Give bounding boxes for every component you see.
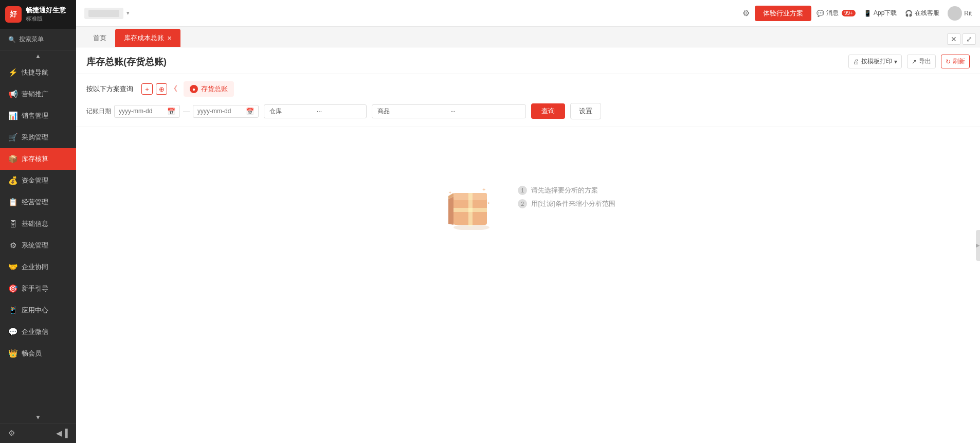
tabs-bar: 首页 库存成本总账 ✕ ✕ ⤢ xyxy=(76,27,980,47)
svg-text:✦: ✦ xyxy=(448,190,452,195)
warehouse-more-icon[interactable]: ··· xyxy=(317,108,361,115)
add-scheme-btn[interactable]: + xyxy=(141,83,153,95)
filter-scheme-row: 按以下方案查询 + ⊕ 《 ● 存货总账 xyxy=(86,81,970,97)
sidebar-item-enterprise[interactable]: 🤝 企业协同 xyxy=(0,256,76,278)
search-menu-button[interactable]: 🔍 搜索菜单 xyxy=(5,33,71,46)
message-btn[interactable]: 💬 消息 99+ xyxy=(816,9,856,17)
hint-number-2: 2 xyxy=(518,199,527,208)
tab-home[interactable]: 首页 xyxy=(84,29,115,47)
refresh-icon: ↻ xyxy=(946,58,951,65)
shortcut-icon: ⚡ xyxy=(8,68,17,77)
svg-rect-6 xyxy=(453,208,487,212)
calendar-end-icon[interactable]: 📅 xyxy=(246,108,254,115)
sidebar-item-wechat[interactable]: 💬 企业微信 xyxy=(0,321,76,343)
settings-button[interactable]: 设置 xyxy=(570,103,601,119)
guide-icon: 🎯 xyxy=(8,284,17,293)
svg-marker-3 xyxy=(448,197,453,225)
purchase-icon: 🛒 xyxy=(8,133,17,142)
operations-icon: 📋 xyxy=(8,198,17,207)
filter-label: 按以下方案查询 xyxy=(86,84,133,94)
tab-close-icon[interactable]: ✕ xyxy=(167,36,172,41)
topbar-right: 💬 消息 99+ 📱 App下载 🎧 在线客服 Rit xyxy=(816,6,972,21)
app-name: 畅捷通好生意 标准版 xyxy=(26,6,66,22)
sidebar-item-system[interactable]: ⚙ 系统管理 xyxy=(0,235,76,256)
export-icon: ↗ xyxy=(912,58,917,65)
refresh-btn[interactable]: ↻ 刷新 xyxy=(941,55,970,68)
print-chevron-icon: ▾ xyxy=(894,58,897,65)
filter-inputs-row: 记账日期 📅 — 📅 仓库 ··· xyxy=(86,103,970,119)
page-header-actions: 🖨 按模板打印 ▾ ↗ 导出 ↻ 刷新 xyxy=(848,55,970,68)
page-header: 库存总账(存货总账) 🖨 按模板打印 ▾ ↗ 导出 ↻ 刷新 xyxy=(76,47,980,74)
tab-close-panel-btn[interactable]: ✕ xyxy=(947,33,960,45)
date-end-input[interactable]: 📅 xyxy=(193,105,259,118)
hint-number-1: 1 xyxy=(518,186,527,195)
empty-state: ✦ ✦ ★ 1 请先选择要分析的方案 2 用[过滤]条件来缩小分析范围 xyxy=(76,127,980,271)
settings-icon[interactable]: ⚙ xyxy=(742,8,750,18)
product-more-icon[interactable]: ··· xyxy=(450,108,520,115)
message-badge: 99+ xyxy=(842,10,856,16)
tab-expand-btn[interactable]: ⤢ xyxy=(963,33,976,45)
enterprise-icon: 🤝 xyxy=(8,262,17,272)
sidebar-item-guide[interactable]: 🎯 新手引导 xyxy=(0,278,76,299)
nav-item[interactable] xyxy=(84,8,123,19)
right-panel-handle[interactable]: ▶ xyxy=(976,230,980,261)
vip-icon: 👑 xyxy=(8,349,17,358)
empty-state-content: ✦ ✦ ★ 1 请先选择要分析的方案 2 用[过滤]条件来缩小分析范围 xyxy=(441,168,615,230)
sales-icon: 📊 xyxy=(8,111,17,120)
sidebar-item-shortcut[interactable]: ⚡ 快捷导航 xyxy=(0,62,76,83)
calendar-start-icon[interactable]: 📅 xyxy=(167,108,175,115)
sidebar-item-vip[interactable]: 👑 畅会员 xyxy=(0,343,76,364)
user-area[interactable]: Rit xyxy=(948,6,972,21)
empty-svg: ✦ ✦ ★ xyxy=(441,168,502,230)
online-service-btn[interactable]: 🎧 在线客服 xyxy=(905,9,939,17)
print-icon: 🖨 xyxy=(853,58,859,65)
sidebar-item-basic[interactable]: 🗄 基础信息 xyxy=(0,213,76,235)
topbar: ▾ ⚙ 体验行业方案 💬 消息 99+ 📱 App下载 🎧 在线客服 Rit xyxy=(76,0,980,27)
sidebar: 好 畅捷通好生意 标准版 🔍 搜索菜单 ▲ ⚡ 快捷导航 📢 营销推广 📊 销售… xyxy=(0,0,76,443)
app-logo: 好 畅捷通好生意 标准版 xyxy=(0,0,76,29)
page-title: 库存总账(存货总账) xyxy=(86,56,167,68)
product-input[interactable]: 商品 ··· xyxy=(372,104,526,118)
scheme-item[interactable]: ● 存货总账 xyxy=(184,81,234,97)
date-end-field[interactable] xyxy=(197,108,244,115)
sidebar-search[interactable]: 🔍 搜索菜单 xyxy=(0,29,76,50)
logo-icon: 好 xyxy=(5,6,22,23)
main-area: ▾ ⚙ 体验行业方案 💬 消息 99+ 📱 App下载 🎧 在线客服 Rit xyxy=(76,0,980,443)
settings-footer-icon[interactable]: ⚙ xyxy=(8,429,15,438)
username-label: Rit xyxy=(964,10,972,17)
app-download-btn[interactable]: 📱 App下载 xyxy=(864,9,897,17)
industry-btn[interactable]: 体验行业方案 xyxy=(755,6,811,21)
sidebar-item-sales[interactable]: 📊 销售管理 xyxy=(0,105,76,127)
sidebar-item-finance[interactable]: 💰 资金管理 xyxy=(0,170,76,191)
sidebar-item-appcenter[interactable]: 📱 应用中心 xyxy=(0,299,76,321)
topbar-nav: ▾ xyxy=(84,8,737,19)
message-icon: 💬 xyxy=(816,10,824,17)
inventory-icon: 📦 xyxy=(8,154,17,164)
manage-scheme-btn[interactable]: ⊕ xyxy=(156,83,167,95)
date-start-input[interactable]: 📅 xyxy=(114,105,180,118)
empty-illustration: ✦ ✦ ★ xyxy=(441,168,502,230)
empty-hints: 1 请先选择要分析的方案 2 用[过滤]条件来缩小分析范围 xyxy=(518,186,615,212)
sidebar-item-inventory[interactable]: 📦 库存核算 xyxy=(0,148,76,170)
date-start-field[interactable] xyxy=(119,108,165,115)
print-template-btn[interactable]: 🖨 按模板打印 ▾ xyxy=(848,55,902,68)
handle-icon: ▶ xyxy=(975,242,981,248)
scroll-down-btn[interactable]: ▼ xyxy=(0,412,76,423)
sidebar-item-operations[interactable]: 📋 经营管理 xyxy=(0,191,76,213)
sidebar-item-purchase[interactable]: 🛒 采购管理 xyxy=(0,127,76,148)
query-button[interactable]: 查询 xyxy=(531,103,565,119)
tab-inventory-cost[interactable]: 库存成本总账 ✕ xyxy=(115,29,180,47)
sidebar-item-marketing[interactable]: 📢 营销推广 xyxy=(0,83,76,105)
wechat-icon: 💬 xyxy=(8,327,17,336)
sidebar-menu: ⚡ 快捷导航 📢 营销推广 📊 销售管理 🛒 采购管理 📦 库存核算 💰 资金管… xyxy=(0,62,76,412)
date-field: 记账日期 📅 — 📅 xyxy=(86,105,259,118)
hint-item-1: 1 请先选择要分析的方案 xyxy=(518,186,615,195)
sidebar-footer: ⚙ ◀▐ xyxy=(0,423,76,443)
search-icon: 🔍 xyxy=(8,36,16,43)
collapse-footer-icon[interactable]: ◀▐ xyxy=(56,429,68,438)
collapse-btn[interactable]: 《 xyxy=(170,84,177,94)
export-btn[interactable]: ↗ 导出 xyxy=(907,55,936,68)
svg-text:✦: ✦ xyxy=(482,187,486,192)
warehouse-input[interactable]: 仓库 ··· xyxy=(264,104,367,118)
scroll-up-btn[interactable]: ▲ xyxy=(0,50,76,62)
